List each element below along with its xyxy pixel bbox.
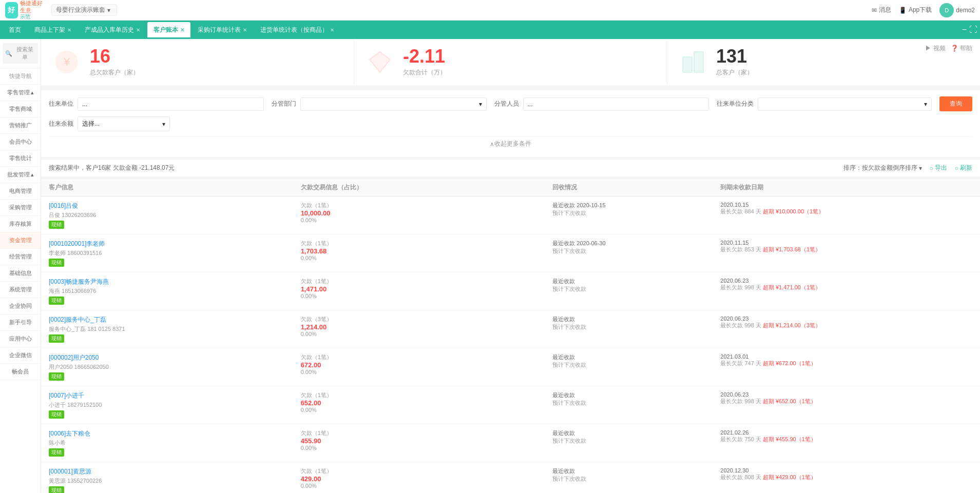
- filter-row-1: 往来单位 ... 分管部门 ▾ 分管人员 ...: [49, 96, 972, 111]
- overdue-amount-link-1[interactable]: 超期 ¥1,703.68（1笔）: [763, 246, 821, 252]
- customer-name-7[interactable]: [000001]黄思源: [49, 467, 301, 476]
- sort-btn[interactable]: 排序：按欠款金额倒序排序 ▾: [843, 164, 922, 172]
- table-row: [0003]畅捷服务尹海燕 海燕 18513066976 现销 欠款（1笔） 1…: [41, 272, 980, 310]
- sidebar-item-operations[interactable]: 经营管理: [0, 249, 41, 265]
- results-summary: 搜索结果中，客户16家 欠款金额 -21,148.07元: [49, 164, 175, 172]
- view-video-btn[interactable]: ▶ 视频: [925, 44, 945, 53]
- overdue-amount-link-4[interactable]: 超期 ¥672.00（1笔）: [763, 360, 816, 366]
- sidebar-item-finance[interactable]: 资金管理: [0, 232, 41, 249]
- sidebar-item-retail-stats[interactable]: 零售统计: [0, 150, 41, 167]
- customer-name-4[interactable]: [000002]用户2050: [49, 353, 301, 362]
- message-btn[interactable]: ✉ 消息: [872, 6, 891, 14]
- stat-debt-label: 欠款合计（万）: [403, 68, 446, 77]
- customer-name-2[interactable]: [0003]畅捷服务尹海燕: [49, 278, 301, 286]
- refresh-btn[interactable]: ○ 刷新: [955, 164, 972, 172]
- tab-customer-close[interactable]: ✕: [180, 27, 184, 33]
- sidebar-item-marketing[interactable]: 营销推广: [0, 117, 41, 134]
- tab-minimize-icon[interactable]: −: [962, 25, 967, 34]
- tab-expand-icon[interactable]: ⛶: [969, 25, 977, 34]
- sidebar-item-ecommerce[interactable]: 电商管理: [0, 183, 41, 200]
- table-row: [0007]小进千 小进千 18279152100 现销 欠款（1笔） 652.…: [41, 386, 980, 424]
- customer-sub-2: 海燕 18513066976: [49, 287, 301, 295]
- customer-sub-4: 用户2050 18665062050: [49, 363, 301, 371]
- help-btn[interactable]: ❓ 帮助: [951, 44, 972, 53]
- filter-dept: 分管部门 ▾: [272, 97, 487, 111]
- overdue-amount-link-3[interactable]: 超期 ¥1,214.00（3笔）: [763, 322, 821, 328]
- customer-cell-0: [0016]吕俊 吕俊 13026203696 现销: [49, 202, 301, 229]
- data-table: 客户信息 欠款交易信息（占比） 回收情况 到期未收款日期 [0016]吕俊 吕俊…: [41, 179, 980, 493]
- customer-name-3[interactable]: [0002]服务中心_丁磊: [49, 315, 301, 324]
- customer-name-5[interactable]: [0007]小进千: [49, 391, 301, 400]
- col-debt-info: 欠款交易信息（占比）: [301, 183, 553, 192]
- tab-products-close[interactable]: ✕: [67, 27, 71, 33]
- customer-sub-1: 李老师 18600391516: [49, 249, 301, 257]
- customer-name-0[interactable]: [0016]吕俊: [49, 202, 301, 210]
- table-header: 客户信息 欠款交易信息（占比） 回收情况 到期未收款日期: [41, 179, 980, 196]
- message-icon: ✉: [872, 7, 877, 14]
- top-right: ✉ 消息 📱 App下载 D demo2: [872, 3, 975, 17]
- search-button[interactable]: 查询: [939, 96, 972, 111]
- stats-row: ¥ 16 总欠款客户（家） -2.11 欠款合计（万）: [41, 39, 980, 85]
- sidebar-item-retail-mgmt[interactable]: 零售管理▴: [0, 85, 41, 101]
- tab-production-close[interactable]: ✕: [136, 27, 140, 33]
- export-btn[interactable]: ○ 导出: [930, 164, 947, 172]
- overdue-cell-7: 2020.12.30 最长欠款 808 天 超期 ¥429.00（1笔）: [720, 467, 972, 481]
- stat-debt-value: -2.11: [403, 47, 446, 66]
- collection-cell-6: 最近收款 预计下次收款: [552, 429, 720, 445]
- sidebar-item-member[interactable]: 会员中心: [0, 134, 41, 150]
- sidebar-item-apps[interactable]: 应用中心: [0, 331, 41, 347]
- overdue-amount-link-6[interactable]: 超期 ¥455.90（1笔）: [763, 436, 816, 442]
- filter-collapse-btn[interactable]: ∧ 收起更多条件: [49, 136, 972, 151]
- customer-name-1[interactable]: [0001020001]李老师: [49, 240, 301, 248]
- overdue-amount-link-0[interactable]: 超期 ¥10,000.00（1笔）: [763, 208, 824, 214]
- sidebar-item-retail-store[interactable]: 零售商城: [0, 101, 41, 117]
- search-menu-btn[interactable]: 🔍 搜索菜单: [3, 43, 38, 64]
- customer-tag-6: 现销: [49, 448, 64, 457]
- sidebar-item-basic[interactable]: 基础信息: [0, 265, 41, 282]
- customer-name-6[interactable]: [0006]去下粮仓: [49, 429, 301, 438]
- tab-stock-close[interactable]: ✕: [330, 27, 334, 33]
- customer-sub-3: 服务中心_丁磊 181 0125 8371: [49, 325, 301, 333]
- sidebar-item-vip[interactable]: 畅会员: [0, 364, 41, 380]
- overdue-amount-link-5[interactable]: 超期 ¥652.00（1笔）: [763, 398, 816, 404]
- collection-cell-0: 最近收款 2020-10-15 预计下次收款: [552, 202, 720, 217]
- collection-cell-4: 最近收款 预计下次收款: [552, 353, 720, 369]
- balance-input[interactable]: 选择... ▾: [78, 116, 170, 131]
- overdue-amount-link-7[interactable]: 超期 ¥429.00（1笔）: [763, 474, 816, 480]
- building-icon: [678, 47, 708, 77]
- overdue-amount-link-2[interactable]: 超期 ¥1,471.00（1笔）: [763, 284, 821, 290]
- dept-input[interactable]: ▾: [300, 97, 487, 111]
- sidebar-item-system[interactable]: 系统管理: [0, 282, 41, 298]
- user-area[interactable]: D demo2: [939, 3, 975, 17]
- table-row: [0006]去下粮仓 陈小希 现销 欠款（1笔） 455.90 0.00% 最近…: [41, 424, 980, 462]
- tab-customer[interactable]: 客户账本 ✕: [147, 22, 190, 37]
- partner-input[interactable]: ...: [78, 97, 264, 111]
- export-icon: ○: [930, 165, 933, 172]
- org-selector[interactable]: 母婴行业演示账套 ▾: [51, 4, 117, 16]
- tab-purchase[interactable]: 采购订单统计表 ✕: [191, 22, 253, 37]
- tab-bar: 首页 商品上下架 ✕ 产成品入库单历史 ✕ 客户账本 ✕ 采购订单统计表 ✕ 进…: [0, 21, 980, 39]
- sidebar-item-inventory[interactable]: 库存核算: [0, 216, 41, 232]
- sidebar-item-wecom[interactable]: 企业微信: [0, 347, 41, 364]
- collection-cell-5: 最近收款 预计下次收款: [552, 391, 720, 407]
- tab-products[interactable]: 商品上下架 ✕: [28, 22, 78, 37]
- customer-tag-4: 现销: [49, 372, 64, 381]
- customer-cell-3: [0002]服务中心_丁磊 服务中心_丁磊 181 0125 8371 现销: [49, 315, 301, 343]
- table-row: [0001020001]李老师 李老师 18600391516 现销 欠款（1笔…: [41, 234, 980, 272]
- sidebar-item-enterprise[interactable]: 企业协同: [0, 298, 41, 314]
- sidebar-item-purchase-mgmt[interactable]: 采购管理: [0, 200, 41, 216]
- customer-sub-5: 小进千 18279152100: [49, 401, 301, 409]
- person-input[interactable]: ...: [523, 97, 709, 111]
- stat-debt-info: -2.11 欠款合计（万）: [403, 47, 446, 77]
- sidebar-item-batch-mgmt[interactable]: 批发管理▴: [0, 167, 41, 183]
- category-input[interactable]: ▾: [758, 97, 932, 111]
- category-dropdown-icon: ▾: [924, 101, 927, 108]
- app-download-btn[interactable]: 📱 App下载: [899, 6, 932, 14]
- tab-home[interactable]: 首页: [3, 22, 27, 37]
- person-label: 分管人员: [494, 100, 519, 108]
- sidebar-item-guide[interactable]: 新手引导: [0, 314, 41, 331]
- table-row: [0002]服务中心_丁磊 服务中心_丁磊 181 0125 8371 现销 欠…: [41, 310, 980, 348]
- tab-production[interactable]: 产成品入库单历史 ✕: [79, 22, 146, 37]
- tab-purchase-close[interactable]: ✕: [243, 27, 247, 33]
- tab-stock[interactable]: 进货单统计表（按商品） ✕: [254, 22, 340, 37]
